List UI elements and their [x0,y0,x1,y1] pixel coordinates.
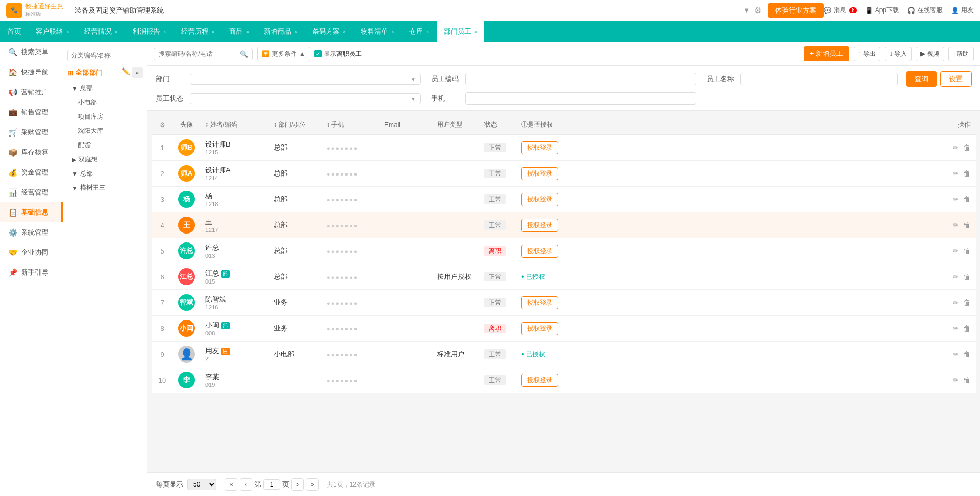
nav-tab-经营历程[interactable]: 经营历程× [174,21,222,42]
edit-icon[interactable]: ✏ [953,169,959,178]
view-btn[interactable]: ▶ 视频 [916,47,944,61]
sidebar-item-系统管理[interactable]: ⚙️系统管理 [0,222,63,242]
reset-button[interactable]: 设置 [940,71,972,87]
edit-icon[interactable]: ✏ [953,324,959,333]
nav-tab-物料清单[interactable]: 物料清单× [353,21,402,42]
nav-tab-客户联络[interactable]: 客户联络× [28,21,77,42]
import-btn[interactable]: ↓ 导入 [885,47,912,61]
edit-icon[interactable]: ✏ [953,350,959,358]
sidebar-item-资金管理[interactable]: 💰资金管理 [0,162,63,182]
delete-icon[interactable]: 🗑 [963,298,971,307]
nav-tab-仓库[interactable]: 仓库× [402,21,437,42]
user-btn[interactable]: 👤 用友 [951,6,974,15]
dept-node-配货[interactable]: 配货 [63,138,147,152]
close-tab-icon[interactable]: × [343,29,346,35]
page-size-select[interactable]: 50 100 200 [187,479,216,490]
auth-login-btn[interactable]: 授权登录 [521,374,558,387]
close-tab-icon[interactable]: × [212,29,215,35]
edit-icon[interactable]: ✏ [953,221,959,229]
sidebar-item-快捷导航[interactable]: 🏠快捷导航 [0,62,63,82]
delete-icon[interactable]: 🗑 [963,195,971,203]
delete-icon[interactable]: 🗑 [963,221,971,229]
nav-tab-利润报告[interactable]: 利润报告× [125,21,174,42]
auth-login-btn[interactable]: 授权登录 [521,245,558,258]
delete-icon[interactable]: 🗑 [963,376,971,384]
edit-icon[interactable]: ✏ [953,273,959,281]
edit-icon[interactable]: ✏ [953,143,959,152]
nav-tab-部门员工[interactable]: 部门员工× [437,21,485,42]
delete-icon[interactable]: 🗑 [963,247,971,255]
page-input[interactable] [263,479,280,490]
th-phone[interactable]: ↕ 手机 [321,115,379,135]
dept-node-项目库房[interactable]: 项目库房 [63,110,147,124]
auth-login-btn[interactable]: 授权登录 [521,296,558,309]
nav-tab-条码方案[interactable]: 条码方案× [305,21,353,42]
auth-login-btn[interactable]: 授权登录 [521,219,558,232]
close-tab-icon[interactable]: × [474,29,478,35]
sidebar-item-销售管理[interactable]: 💼销售管理 [0,102,63,122]
edit-icon[interactable]: ✏ [953,298,959,307]
add-employee-button[interactable]: + 新增员工 [804,46,849,61]
sidebar-item-经营管理[interactable]: 📊经营管理 [0,182,63,202]
dept-filter-select[interactable]: ▼ [190,74,421,85]
auth-login-btn[interactable]: 授权登录 [521,141,558,154]
auth-login-btn[interactable]: 授权登录 [521,193,558,206]
edit-dept-icon[interactable]: ✏️ [122,67,130,78]
sidebar-item-新手引导[interactable]: 📌新手引导 [0,262,63,283]
dept-node-总部[interactable]: ▼ 总部 [63,167,147,181]
search-input[interactable] [159,50,237,57]
delete-icon[interactable]: 🗑 [963,324,971,333]
nav-tab-新增商品[interactable]: 新增商品× [256,21,305,42]
next-page-btn[interactable]: › [291,478,304,491]
delete-icon[interactable]: 🗑 [963,169,971,178]
app-download-btn[interactable]: 📱 App下载 [865,6,899,15]
th-name[interactable]: ↕ 姓名/编码 [200,115,269,135]
nav-tab-商品[interactable]: 商品× [222,21,256,42]
last-page-btn[interactable]: » [306,478,319,491]
sidebar-item-企业协同[interactable]: 🤝企业协同 [0,242,63,262]
edit-icon[interactable]: ✏ [953,376,959,384]
sidebar-item-基础信息[interactable]: 📋基础信息 [0,202,63,222]
sidebar-item-采购管理[interactable]: 🛒采购管理 [0,122,63,142]
phone-filter-input[interactable] [465,92,696,105]
nav-tab-首页[interactable]: 首页 [0,21,28,42]
th-settings[interactable]: ⚙ [152,115,173,135]
gear-icon[interactable]: ⚙ [754,5,761,15]
dept-node-沈阳大库[interactable]: 沈阳大库 [63,124,147,138]
message-btn[interactable]: 💬 消息 6 [824,6,857,15]
delete-icon[interactable]: 🗑 [963,273,971,281]
close-tab-icon[interactable]: × [66,29,70,35]
delete-icon[interactable]: 🗑 [963,350,971,358]
first-page-btn[interactable]: « [225,478,237,491]
dept-node-槿树王三[interactable]: ▼ 槿树王三 [63,181,147,195]
nav-tab-经营情况[interactable]: 经营情况× [77,21,125,42]
edit-icon[interactable]: ✏ [953,195,959,203]
empstatus-filter-select[interactable]: ▼ [190,93,421,104]
dept-node-总部[interactable]: ▼ 总部 [63,81,147,95]
close-tab-icon[interactable]: × [115,29,118,35]
auth-login-btn[interactable]: 授权登录 [521,322,558,335]
close-tab-icon[interactable]: × [163,29,166,35]
help-btn[interactable]: | 帮助 [948,47,974,61]
close-tab-icon[interactable]: × [246,29,249,35]
empname-filter-input[interactable] [740,73,898,85]
sidebar-item-营销推广[interactable]: 📢营销推广 [0,82,63,102]
close-tab-icon[interactable]: × [294,29,298,35]
edit-icon[interactable]: ✏ [953,247,959,255]
query-button[interactable]: 查询 [906,71,937,87]
close-tab-icon[interactable]: × [426,29,429,35]
dept-node-小电部[interactable]: 小电部 [63,95,147,110]
collapse-btn[interactable]: « [132,67,143,78]
close-tab-icon[interactable]: × [391,29,394,35]
sidebar-item-库存核算[interactable]: 📦库存核算 [0,142,63,162]
auth-login-btn[interactable]: 授权登录 [521,167,558,180]
sidebar-item-搜索菜单[interactable]: 🔍搜索菜单 [0,42,63,62]
empcode-filter-input[interactable] [465,73,696,85]
th-dept[interactable]: ↕ 部门/职位 [269,115,321,135]
export-btn[interactable]: ↑ 导出 [854,47,880,61]
service-btn[interactable]: 🎧 在线客服 [907,6,943,15]
trial-button[interactable]: 体验行业方案 [768,3,824,18]
prev-page-btn[interactable]: ‹ [240,478,252,491]
dept-search-input[interactable] [67,50,147,61]
dept-node-双庭想[interactable]: ▶ 双庭想 [63,152,147,167]
